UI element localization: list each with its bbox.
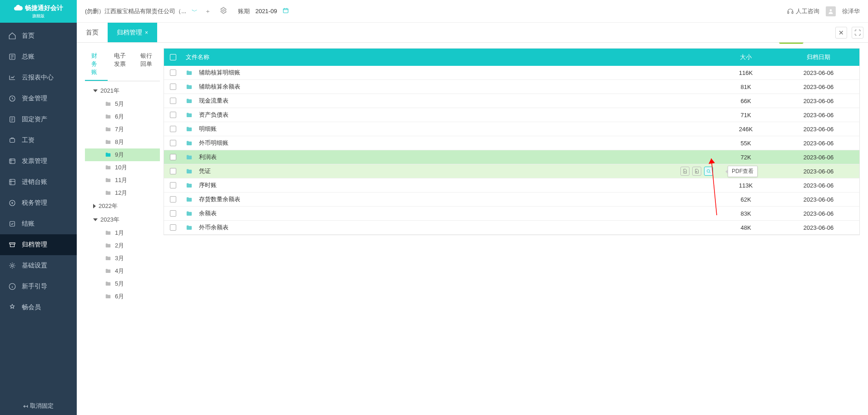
- row-checkbox[interactable]: [170, 84, 176, 90]
- sidebar-item-5[interactable]: 工资: [0, 130, 77, 151]
- period-value[interactable]: 2021-09: [255, 8, 277, 15]
- row-checkbox[interactable]: [170, 168, 176, 174]
- tree-month[interactable]: 2月: [85, 239, 160, 252]
- tree-month[interactable]: 6月: [85, 290, 160, 303]
- folder-icon: [105, 152, 111, 158]
- nav-label: 税务管理: [22, 199, 47, 207]
- sidebar-item-9[interactable]: 结账: [0, 213, 77, 234]
- left-pane: 财务账电子发票银行回单 2021年5月6月7月8月9月10月11月12月2022…: [85, 48, 160, 407]
- tree-month[interactable]: 12月: [85, 187, 160, 199]
- table-row[interactable]: 凭证53K2023-06-06PDF查看: [164, 164, 859, 178]
- row-checkbox[interactable]: [170, 140, 176, 146]
- table-row[interactable]: 存货数量余额表62K2023-06-06: [164, 193, 859, 207]
- table-row[interactable]: 余额表83K2023-06-06: [164, 207, 859, 221]
- plus-icon[interactable]: ＋: [203, 5, 213, 17]
- file-date: 2023-06-06: [778, 154, 859, 161]
- svg-point-18: [707, 170, 710, 173]
- row-checkbox[interactable]: [170, 154, 176, 160]
- company-selector[interactable]: (勿删）江西服宝精品有限责任公司（...: [85, 7, 186, 15]
- row-checkbox[interactable]: [170, 98, 176, 104]
- tree-month[interactable]: 11月: [85, 174, 160, 187]
- tab-1[interactable]: 归档管理×: [108, 23, 157, 42]
- sidebar-item-7[interactable]: 进销台账: [0, 172, 77, 193]
- tab-0[interactable]: 首页: [77, 23, 108, 42]
- file-date: 2023-06-06: [778, 126, 859, 133]
- nav-label: 首页: [22, 32, 35, 40]
- user-icon: [828, 8, 834, 15]
- tree-month[interactable]: 7月: [85, 123, 160, 136]
- table-row[interactable]: 利润表72K2023-06-06: [164, 150, 859, 164]
- sub-tab-0[interactable]: 财务账: [85, 48, 108, 81]
- tree-month[interactable]: 6月: [85, 110, 160, 123]
- table-row[interactable]: 外币明细账55K2023-06-06: [164, 136, 859, 150]
- table-row[interactable]: 外币余额表48K2023-06-06: [164, 221, 859, 235]
- gear-icon[interactable]: [218, 5, 229, 17]
- sidebar-item-8[interactable]: 税务管理: [0, 193, 77, 213]
- tree-month[interactable]: 8月: [85, 136, 160, 148]
- nav-icon: [8, 157, 16, 165]
- select-all-checkbox[interactable]: [170, 54, 176, 60]
- tree-year[interactable]: 2023年: [85, 213, 160, 227]
- username[interactable]: 徐泽华: [842, 7, 860, 15]
- sidebar-item-6[interactable]: 发票管理: [0, 151, 77, 172]
- table-row[interactable]: 资产负债表71K2023-06-06: [164, 108, 859, 122]
- table-row[interactable]: 明细账246K2023-06-06: [164, 122, 859, 136]
- file-date: 2023-06-06: [778, 224, 859, 231]
- table-row[interactable]: 辅助核算余额表81K2023-06-06: [164, 80, 859, 94]
- sidebar-item-4[interactable]: 固定资产: [0, 109, 77, 130]
- sidebar-item-1[interactable]: 总账: [0, 46, 77, 67]
- chevron-down-icon: [93, 218, 98, 221]
- folder-icon: [105, 139, 111, 145]
- row-checkbox[interactable]: [170, 196, 176, 203]
- chevron-down-icon[interactable]: ﹀: [192, 7, 198, 15]
- download-xls-icon[interactable]: [680, 167, 689, 176]
- sub-tab-2[interactable]: 银行回单: [134, 48, 160, 81]
- file-date: 2023-06-06: [778, 112, 859, 119]
- nav-icon: [8, 115, 16, 124]
- year-month-tree: 2021年5月6月7月8月9月10月11月12月2022年2023年1月2月3月…: [85, 81, 160, 407]
- sidebar-item-10[interactable]: 归档管理: [0, 234, 77, 255]
- tree-month[interactable]: 10月: [85, 161, 160, 174]
- sidebar-item-3[interactable]: 资金管理: [0, 88, 77, 109]
- tree-month[interactable]: 3月: [85, 252, 160, 265]
- tree-month[interactable]: 1月: [85, 227, 160, 239]
- row-checkbox[interactable]: [170, 112, 176, 118]
- unpin-button[interactable]: ↤ 取消固定: [0, 397, 77, 415]
- row-checkbox[interactable]: [170, 210, 176, 217]
- row-checkbox[interactable]: [170, 126, 176, 132]
- sidebar-item-12[interactable]: 新手引导: [0, 276, 77, 297]
- preview-pdf-icon[interactable]: [704, 167, 713, 176]
- avatar[interactable]: [826, 6, 836, 16]
- sidebar-item-13[interactable]: 畅会员: [0, 297, 77, 318]
- tree-month[interactable]: 5月: [85, 277, 160, 290]
- table-row[interactable]: 序时账113K2023-06-06: [164, 178, 859, 193]
- calendar-icon[interactable]: [283, 7, 289, 15]
- support-link[interactable]: 人工咨询: [787, 7, 819, 15]
- tree-month[interactable]: 4月: [85, 265, 160, 277]
- tab-close-icon[interactable]: ×: [145, 30, 148, 36]
- row-checkbox[interactable]: [170, 69, 176, 76]
- fullscreen-button[interactable]: ⛶: [852, 27, 863, 39]
- sub-tabs: 财务账电子发票银行回单: [85, 48, 160, 81]
- cloud-logo-icon: [14, 4, 23, 13]
- row-checkbox[interactable]: [170, 182, 176, 188]
- tree-month[interactable]: 9月: [85, 148, 160, 161]
- tree-year[interactable]: 2022年: [85, 199, 160, 213]
- archive-button[interactable]: 归档: [779, 43, 804, 44]
- table-row[interactable]: 现金流量表66K2023-06-06: [164, 94, 859, 108]
- download-pdf-icon[interactable]: [692, 167, 701, 176]
- sidebar-item-2[interactable]: 云报表中心: [0, 67, 77, 88]
- col-name-header: 文件名称: [182, 53, 714, 61]
- sidebar-item-11[interactable]: 基础设置: [0, 255, 77, 276]
- close-all-tabs[interactable]: ✕: [835, 27, 847, 39]
- row-checkbox[interactable]: [170, 224, 176, 231]
- table-row[interactable]: 辅助核算明细账116K2023-06-06: [164, 66, 859, 80]
- sidebar-item-0[interactable]: 首页: [0, 25, 77, 46]
- folder-icon: [186, 112, 193, 119]
- chevron-right-icon: [93, 204, 96, 208]
- nav-label: 总账: [22, 53, 35, 61]
- nav-icon: [8, 262, 16, 270]
- sub-tab-1[interactable]: 电子发票: [108, 48, 134, 81]
- tree-month[interactable]: 5月: [85, 98, 160, 110]
- tree-year[interactable]: 2021年: [85, 84, 160, 98]
